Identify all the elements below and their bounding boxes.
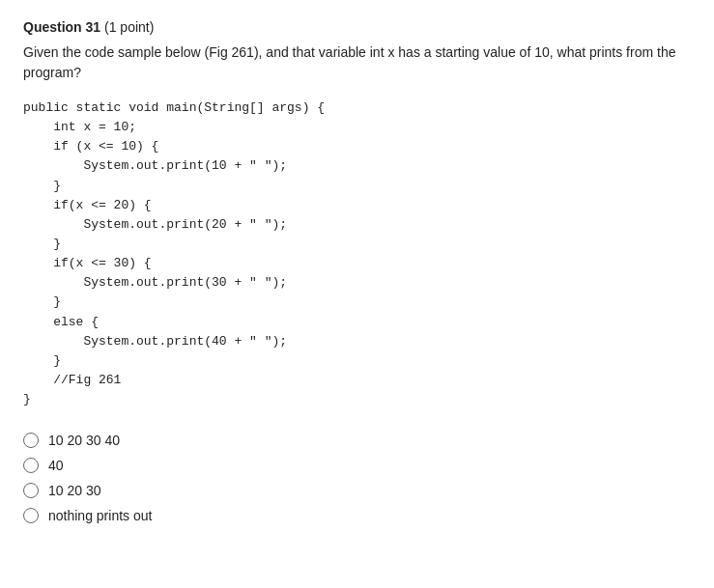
radio-circle-2[interactable] <box>23 458 39 473</box>
option-label-1: 10 20 30 40 <box>48 433 120 448</box>
answer-option-3[interactable]: 10 20 30 <box>23 483 691 498</box>
radio-circle-1[interactable] <box>23 433 39 448</box>
radio-circle-4[interactable] <box>23 508 39 523</box>
answer-option-4[interactable]: nothing prints out <box>23 508 691 523</box>
question-number: Question 31 <box>23 19 100 35</box>
question-points: (1 point) <box>104 19 154 35</box>
option-label-2: 40 <box>48 458 64 473</box>
option-label-4: nothing prints out <box>48 508 152 523</box>
question-container: Question 31 (1 point) Given the code sam… <box>23 19 691 523</box>
answer-option-1[interactable]: 10 20 30 40 <box>23 433 691 448</box>
answer-option-2[interactable]: 40 <box>23 458 691 473</box>
option-label-3: 10 20 30 <box>48 483 101 498</box>
answer-options-list: 10 20 30 404010 20 30nothing prints out <box>23 433 691 523</box>
question-header: Question 31 (1 point) <box>23 19 691 35</box>
question-description: Given the code sample below (Fig 261), a… <box>23 42 680 83</box>
radio-circle-3[interactable] <box>23 483 39 498</box>
code-block: public static void main(String[] args) {… <box>23 98 691 409</box>
